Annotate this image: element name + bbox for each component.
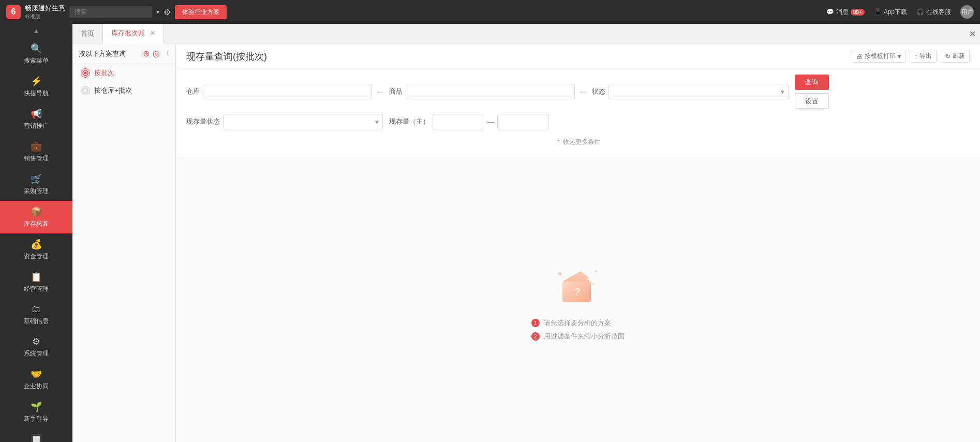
avatar: 用户 [960, 5, 974, 19]
refresh-icon: ↻ [945, 53, 951, 60]
search-menu-icon: 🔍 [31, 43, 42, 54]
sidebar-item-collab[interactable]: 🤝 企业协同 [0, 363, 72, 396]
print-btn[interactable]: 🖨 按模板打印 ▾ [852, 50, 905, 63]
query-btn[interactable]: 查询 [795, 75, 829, 90]
search-dropdown-icon[interactable]: ▾ [156, 8, 159, 16]
stock-qty-to[interactable] [497, 114, 549, 129]
grid-icon: 🔲 [31, 434, 42, 442]
sidebar-item-finance[interactable]: 💰 资金管理 [0, 233, 72, 266]
status-select[interactable]: 启用 停用 [608, 84, 789, 99]
product-input[interactable] [406, 84, 575, 99]
sidebar-item-purchase[interactable]: 🛒 采购管理 [0, 168, 72, 201]
left-panel-actions: ⊕ ◎ 《 [143, 49, 169, 58]
plan-icon-inactive [81, 86, 90, 95]
user-avatar-btn[interactable]: 用户 [960, 5, 974, 19]
experience-btn[interactable]: 体验行业方案 [175, 5, 227, 19]
online-service-btn[interactable]: 🎧 在线客服 [916, 8, 951, 17]
warehouse-filter: 仓库 ··· [186, 84, 383, 99]
main-layout: ▲ 🔍 搜索菜单 ⚡ 快捷导航 📢 营销推广 💼 销售管理 🛒 采购管理 📦 库… [0, 24, 980, 442]
filter-row-2: 现存量状态 现存量（主） — [186, 114, 970, 129]
svg-point-2 [83, 88, 88, 93]
cart-icon: 🛒 [31, 173, 42, 185]
product-more-icon[interactable]: ··· [580, 88, 586, 96]
collapse-filter-btn[interactable]: ⌃ 收起更多条件 [186, 135, 970, 150]
export-btn[interactable]: ↑ 导出 [910, 50, 937, 63]
warehouse-input[interactable] [203, 84, 372, 99]
message-btn[interactable]: 💬 消息 99+ [826, 8, 865, 17]
product-filter: 商品 ··· [389, 84, 586, 99]
empty-tip-1: 1 请先选择要分析的方案 [531, 318, 625, 328]
page-title: 现存量查询(按批次) [186, 50, 267, 63]
sidebar-item-sales[interactable]: 💼 销售管理 [0, 136, 72, 168]
stock-status-filter: 现存量状态 [186, 114, 383, 129]
top-bar-right: 💬 消息 99+ 📱 App下载 🎧 在线客服 用户 [826, 5, 974, 19]
right-main: 现存量查询(按批次) 🖨 按模板打印 ▾ ↑ 导出 ↻ [176, 43, 980, 442]
gear-icon: ⚙ [32, 336, 40, 347]
empty-illustration: ? [552, 258, 604, 310]
content-area: 首页 库存批次账 ✕ ✕ 按以下方案查询 ⊕ ◎ 《 [72, 24, 980, 442]
sidebar-item-search[interactable]: 🔍 搜索菜单 [0, 38, 72, 70]
sidebar-item-inventory[interactable]: 📦 库存核算 [0, 201, 72, 233]
status-filter: 状态 启用 停用 [592, 84, 789, 99]
plan-item-batch[interactable]: 按批次 [72, 64, 175, 82]
chevron-up-icon: ⌃ [556, 139, 561, 146]
refresh-btn[interactable]: ↻ 刷新 [941, 50, 970, 63]
collapse-panel-icon[interactable]: 《 [163, 49, 169, 58]
money-icon: 💰 [31, 239, 42, 250]
sidebar: ▲ 🔍 搜索菜单 ⚡ 快捷导航 📢 营销推广 💼 销售管理 🛒 采购管理 📦 库… [0, 24, 72, 442]
megaphone-icon: 📢 [31, 108, 42, 120]
settings-icon[interactable]: ⚙ [164, 7, 171, 17]
sidebar-item-apps[interactable]: 🔲 应用中心 [0, 429, 72, 442]
header-actions: 🖨 按模板打印 ▾ ↑ 导出 ↻ 刷新 [852, 50, 970, 63]
action-buttons: 查询 设置 [795, 75, 829, 109]
search-input[interactable] [69, 6, 152, 18]
sidebar-item-operations[interactable]: 📋 经营管理 [0, 266, 72, 299]
results-area: ? 1 请先选择要分析的方案 2 [176, 157, 980, 442]
sidebar-scroll-up[interactable]: ▲ [0, 24, 72, 38]
sidebar-item-system[interactable]: ⚙ 系统管理 [0, 331, 72, 363]
svg-point-9 [592, 283, 595, 286]
sidebar-item-quick[interactable]: ⚡ 快捷导航 [0, 70, 72, 103]
tab-batch[interactable]: 库存批次账 ✕ [103, 24, 164, 43]
stock-qty-from[interactable] [433, 114, 484, 129]
page-content: 按以下方案查询 ⊕ ◎ 《 按批次 [72, 43, 980, 442]
stock-status-select-wrap [223, 114, 383, 129]
page-header: 现存量查询(按批次) 🖨 按模板打印 ▾ ↑ 导出 ↻ [176, 43, 980, 67]
empty-tip-2: 2 用过滤条件来缩小分析范围 [531, 332, 625, 341]
lightning-icon: ⚡ [31, 76, 42, 87]
plan-icon-active [81, 68, 90, 78]
tab-area-close-icon[interactable]: ✕ [969, 28, 976, 38]
svg-point-8 [595, 270, 597, 272]
left-panel: 按以下方案查询 ⊕ ◎ 《 按批次 [72, 43, 176, 442]
seedling-icon: 🌱 [31, 401, 42, 412]
filter-area: 仓库 ··· 商品 ··· 状态 [176, 67, 980, 157]
clipboard-icon: 📋 [31, 271, 42, 283]
app-download-btn[interactable]: 📱 App下载 [874, 8, 907, 17]
empty-state: ? 1 请先选择要分析的方案 2 [531, 258, 625, 341]
config-plan-icon[interactable]: ◎ [153, 49, 160, 58]
filter-row-1: 仓库 ··· 商品 ··· 状态 [186, 75, 970, 109]
message-icon: 💬 [826, 8, 834, 16]
print-dropdown-icon: ▾ [898, 53, 901, 60]
svg-point-1 [84, 72, 87, 75]
set-btn[interactable]: 设置 [795, 93, 829, 109]
warehouse-more-icon[interactable]: ··· [377, 88, 383, 96]
add-plan-icon[interactable]: ⊕ [143, 49, 150, 58]
stock-status-select[interactable] [223, 114, 383, 129]
stock-qty-range: — [433, 114, 549, 129]
app-brand: 畅康通好生意 标准版 [25, 4, 65, 20]
plan-item-warehouse-batch[interactable]: 按仓库+批次 [72, 82, 175, 99]
sidebar-item-basic[interactable]: 🗂 基础信息 [0, 299, 72, 331]
print-icon: 🖨 [856, 53, 863, 60]
stock-qty-filter: 现存量（主） — [389, 114, 586, 129]
left-panel-header: 按以下方案查询 ⊕ ◎ 《 [72, 43, 175, 64]
tab-home[interactable]: 首页 [72, 24, 103, 43]
briefcase-icon: 💼 [31, 141, 42, 152]
export-icon: ↑ [914, 53, 917, 60]
top-bar: 6 畅康通好生意 标准版 ▾ ⚙ 体验行业方案 💬 消息 99+ 📱 App下载… [0, 0, 980, 24]
sidebar-item-newbie[interactable]: 🌱 新手引导 [0, 396, 72, 429]
sidebar-item-marketing[interactable]: 📢 营销推广 [0, 103, 72, 136]
tab-close-batch[interactable]: ✕ [150, 30, 155, 37]
tip-num-1: 1 [531, 319, 540, 327]
phone-icon: 📱 [874, 8, 882, 16]
